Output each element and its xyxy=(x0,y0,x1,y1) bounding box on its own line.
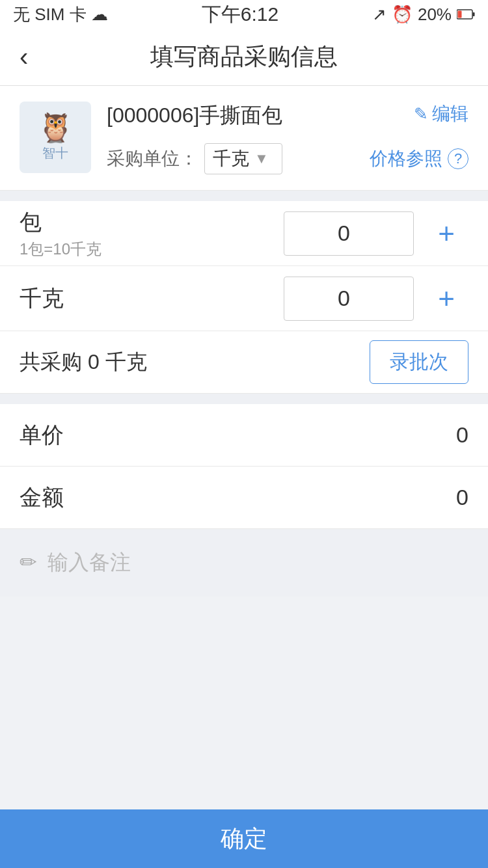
page-title: 填写商品采购信息 xyxy=(150,41,338,73)
unit-row: 采购单位： 千克 ▼ 价格参照 ? xyxy=(107,143,468,174)
amount-row: 金额 0 xyxy=(0,467,488,529)
nav-bar: ‹ 填写商品采购信息 xyxy=(0,29,488,86)
bag-label-group: 包 1包=10千克 xyxy=(20,208,124,260)
dropdown-arrow-icon: ▼ xyxy=(254,150,269,167)
unit-price-value: 0 xyxy=(456,422,468,448)
svg-rect-2 xyxy=(458,11,462,18)
section-divider-2 xyxy=(0,394,488,404)
confirm-button[interactable]: 确定 xyxy=(0,809,488,868)
product-info: [0000006]手撕面包 ✎ 编辑 采购单位： 千克 ▼ 价格参照 ? xyxy=(107,102,468,174)
kg-main-label: 千克 xyxy=(20,284,124,314)
help-icon: ? xyxy=(448,148,468,169)
amount-value: 0 xyxy=(456,485,468,510)
unit-price-label: 单价 xyxy=(20,420,64,450)
notes-placeholder: 输入备注 xyxy=(47,549,131,577)
kg-plus-button[interactable]: + xyxy=(424,277,468,321)
kg-input[interactable] xyxy=(284,277,414,321)
section-divider-1 xyxy=(0,191,488,201)
price-section: 单价 0 金额 0 xyxy=(0,404,488,529)
record-batch-button[interactable]: 录批次 xyxy=(370,340,468,384)
bag-sub-label: 1包=10千克 xyxy=(20,239,124,260)
status-bar: 无 SIM 卡 ☁ 下午6:12 ↗ ⏰ 20% xyxy=(0,0,488,29)
kg-input-wrap: + xyxy=(124,277,468,321)
battery-icon xyxy=(457,9,475,20)
unit-label-text: 采购单位： xyxy=(107,146,198,171)
status-right: ↗ ⏰ 20% xyxy=(372,5,475,25)
unit-label: 采购单位： 千克 ▼ xyxy=(107,143,282,174)
product-logo-icon: 🦉 xyxy=(38,113,74,142)
pencil-icon: ✏ xyxy=(20,550,37,575)
notes-section[interactable]: ✏ 输入备注 xyxy=(0,529,488,597)
bag-main-label: 包 xyxy=(20,208,124,237)
edit-label: 编辑 xyxy=(432,102,468,126)
svg-rect-1 xyxy=(473,12,475,16)
edit-button[interactable]: ✎ 编辑 xyxy=(414,102,468,126)
total-text: 共采购 0 千克 xyxy=(20,348,147,377)
price-ref-button[interactable]: 价格参照 ? xyxy=(370,146,468,171)
bag-plus-button[interactable]: + xyxy=(424,211,468,256)
location-icon: ↗ xyxy=(372,5,386,25)
total-row: 共采购 0 千克 录批次 xyxy=(0,331,488,394)
battery-level: 20% xyxy=(418,5,452,25)
bag-input[interactable] xyxy=(284,211,414,256)
kg-input-row: 千克 + xyxy=(0,266,488,331)
input-section: 包 1包=10千克 + 千克 + xyxy=(0,201,488,331)
edit-icon: ✎ xyxy=(414,104,428,124)
unit-select[interactable]: 千克 ▼ xyxy=(204,143,282,174)
product-logo-text: 智十 xyxy=(42,144,68,162)
sim-status: 无 SIM 卡 ☁ xyxy=(13,3,108,26)
status-time: 下午6:12 xyxy=(202,1,278,28)
bag-input-row: 包 1包=10千克 + xyxy=(0,201,488,266)
amount-label: 金额 xyxy=(20,483,64,513)
bag-input-wrap: + xyxy=(124,211,468,256)
kg-label-group: 千克 xyxy=(20,284,124,314)
price-ref-label: 价格参照 xyxy=(370,146,442,171)
product-name: [0000006]手撕面包 xyxy=(107,102,282,130)
unit-price-row: 单价 0 xyxy=(0,404,488,467)
main-content: 🦉 智十 [0000006]手撕面包 ✎ 编辑 采购单位： 千克 ▼ xyxy=(0,86,488,655)
back-button[interactable]: ‹ xyxy=(20,42,28,72)
unit-value: 千克 xyxy=(213,146,249,171)
product-card: 🦉 智十 [0000006]手撕面包 ✎ 编辑 采购单位： 千克 ▼ xyxy=(0,86,488,191)
product-image: 🦉 智十 xyxy=(20,102,91,173)
status-left: 无 SIM 卡 ☁ xyxy=(13,3,108,26)
alarm-icon: ⏰ xyxy=(392,5,413,25)
product-name-row: [0000006]手撕面包 ✎ 编辑 xyxy=(107,102,468,130)
